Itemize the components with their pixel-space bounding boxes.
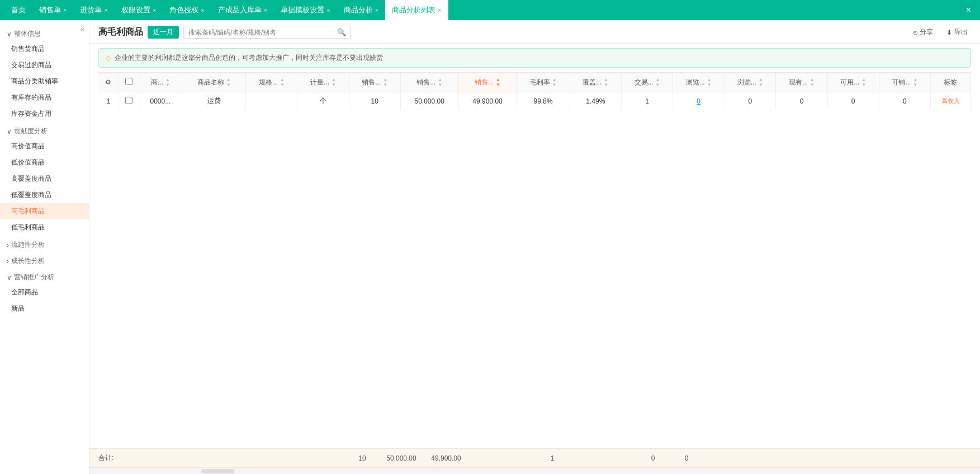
- search-icon[interactable]: 🔍: [337, 28, 346, 36]
- footer-values: 10 50,000.00 49,900.00 1 0 0: [132, 454, 971, 462]
- content-header: 高毛利商品 近一月 🔍 ⎋ 分享 ⬇ 导出: [89, 20, 980, 44]
- sidebar-group-growth[interactable]: › 成长性分析: [0, 252, 89, 268]
- select-all-checkbox[interactable]: [125, 78, 132, 85]
- cell-gross-rate: 99.8%: [517, 92, 570, 110]
- settings-icon[interactable]: ⚙: [105, 78, 111, 86]
- col-browse2: 浏览... ▲▼: [725, 73, 776, 92]
- sidebar-item-high-coverage[interactable]: 高覆盖度商品: [0, 171, 89, 187]
- col-sales-cost: 销售... ▲▼: [458, 73, 517, 92]
- footer-sales-amount: 50,000.00: [379, 454, 424, 462]
- export-button[interactable]: ⬇ 导出: [943, 26, 971, 39]
- sort-icon-unit[interactable]: ▲▼: [332, 77, 336, 87]
- cell-checkbox[interactable]: [119, 92, 139, 110]
- cell-saleable-stock: 0: [879, 92, 930, 110]
- chevron-down-icon: ∨: [7, 30, 12, 38]
- footer-sales-cost: 49,900.00: [424, 454, 468, 462]
- nav-close-purchase[interactable]: ×: [104, 7, 107, 13]
- sidebar-item-stocked-goods[interactable]: 有库存的商品: [0, 90, 89, 106]
- sidebar-item-new-goods[interactable]: 新品: [0, 301, 89, 317]
- search-box: 🔍: [183, 26, 351, 39]
- sort-icon-trade[interactable]: ▲▼: [656, 77, 660, 87]
- col-spec: 规格... ▲▼: [246, 73, 297, 92]
- sidebar-group-contribution[interactable]: ∨ 贡献度分析: [0, 122, 89, 138]
- sidebar-item-all-goods[interactable]: 全部商品: [0, 284, 89, 301]
- row-checkbox[interactable]: [125, 97, 132, 104]
- sidebar-item-high-margin[interactable]: 高毛利商品: [0, 203, 89, 219]
- sort-icon-browse2[interactable]: ▲▼: [759, 77, 763, 87]
- filter-recent-month-button[interactable]: 近一月: [148, 26, 179, 39]
- sort-icon-gross-rate[interactable]: ▲▼: [552, 77, 557, 87]
- header-actions: ⎋ 分享 ⬇ 导出: [910, 26, 971, 39]
- cell-browse2: 0: [725, 92, 776, 110]
- horizontal-scrollbar[interactable]: [89, 467, 980, 474]
- nav-close-template[interactable]: ×: [326, 7, 330, 13]
- scrollbar-thumb[interactable]: [201, 469, 235, 473]
- sort-icon-sales-amount[interactable]: ▲▼: [438, 77, 442, 87]
- sidebar-item-sales-goods[interactable]: 销售货商品: [0, 41, 89, 57]
- sidebar-group-marketing[interactable]: ∨ 营销推广分析: [0, 268, 89, 284]
- sort-icon-name[interactable]: ▲▼: [226, 77, 231, 87]
- nav-item-template[interactable]: 单据模板设置 ×: [274, 0, 337, 20]
- chevron-right-icon: ›: [7, 241, 9, 249]
- cell-trade: 1: [621, 92, 673, 110]
- nav-item-home[interactable]: 首页: [4, 0, 32, 20]
- col-unit: 计量... ▲▼: [297, 73, 349, 92]
- table-footer: 合计: 10 50,000.00 49,900.00 1 0 0: [89, 448, 980, 467]
- col-available-stock: 可用... ▲▼: [827, 73, 879, 92]
- sidebar-item-low-margin[interactable]: 低毛利商品: [0, 219, 89, 236]
- col-tag: 标签: [930, 73, 970, 92]
- sidebar-item-stock-capital[interactable]: 库存资金占用: [0, 106, 89, 122]
- sidebar-collapse-icon[interactable]: «: [80, 25, 84, 34]
- page-title: 高毛利商品: [98, 26, 143, 38]
- nav-close-roles[interactable]: ×: [201, 7, 204, 13]
- col-saleable-stock: 可销... ▲▼: [879, 73, 930, 92]
- chevron-down-icon3: ∨: [7, 274, 12, 281]
- footer-trade: 1: [536, 454, 569, 462]
- nav-close-sales[interactable]: ×: [63, 7, 67, 13]
- nav-item-purchase[interactable]: 进货单 ×: [73, 0, 114, 20]
- nav-item-analysis[interactable]: 商品分析 ×: [337, 0, 385, 20]
- nav-close-analysis[interactable]: ×: [375, 7, 378, 13]
- cell-index: 1: [98, 92, 119, 110]
- col-checkbox[interactable]: [119, 73, 139, 92]
- col-code: 商... ▲▼: [139, 73, 182, 92]
- cell-name: 运费: [182, 92, 246, 110]
- col-coverage: 覆盖... ▲▼: [570, 73, 621, 92]
- sidebar-group-overall[interactable]: ∨ 整体信息: [0, 25, 89, 41]
- sort-icon-sales-cost[interactable]: ▲▼: [496, 77, 500, 87]
- nav-close-analysis-list[interactable]: ×: [438, 7, 441, 13]
- share-button[interactable]: ⎋ 分享: [910, 26, 936, 39]
- sort-icon-available-stock[interactable]: ▲▼: [861, 77, 866, 87]
- share-icon: ⎋: [913, 29, 917, 36]
- nav-close-permissions[interactable]: ×: [153, 7, 156, 13]
- nav-item-roles[interactable]: 角色授权 ×: [163, 0, 211, 20]
- sidebar-item-high-value[interactable]: 高价值商品: [0, 138, 89, 154]
- sort-icon-browse1[interactable]: ▲▼: [707, 77, 712, 87]
- sidebar-item-traded-goods[interactable]: 交易过的商品: [0, 57, 89, 73]
- sidebar-group-trend[interactable]: › 流趋性分析: [0, 236, 89, 252]
- sidebar-item-low-coverage[interactable]: 低覆盖度商品: [0, 187, 89, 203]
- sidebar-item-category-rate[interactable]: 商品分类助销率: [0, 73, 89, 90]
- sort-icon-coverage[interactable]: ▲▼: [604, 77, 608, 87]
- nav-item-permissions[interactable]: 权限设置 ×: [115, 0, 163, 20]
- sidebar-item-low-value[interactable]: 低价值商品: [0, 154, 89, 171]
- cell-coverage: 1.49%: [570, 92, 621, 110]
- cell-available-stock: 0: [827, 92, 879, 110]
- sort-icon-sales-qty[interactable]: ▲▼: [383, 77, 387, 87]
- sort-icon-saleable-stock[interactable]: ▲▼: [913, 77, 917, 87]
- nav-close-inbound[interactable]: ×: [264, 7, 267, 13]
- search-input[interactable]: [188, 29, 337, 36]
- sort-icon-current-stock[interactable]: ▲▼: [810, 77, 815, 87]
- col-settings[interactable]: ⚙: [98, 73, 119, 92]
- sort-icon-code[interactable]: ▲▼: [165, 77, 170, 87]
- sort-icon-spec[interactable]: ▲▼: [280, 77, 285, 87]
- cell-sales-amount: 50,000.00: [400, 92, 458, 110]
- col-current-stock: 现有... ▲▼: [776, 73, 827, 92]
- chevron-right-icon2: ›: [7, 257, 9, 265]
- nav-item-inbound[interactable]: 产成品入库单 ×: [211, 0, 274, 20]
- nav-item-sales[interactable]: 销售单 ×: [32, 0, 73, 20]
- window-close-icon[interactable]: ×: [962, 5, 976, 15]
- cell-browse1[interactable]: 0: [673, 92, 725, 110]
- col-name: 商品名称 ▲▼: [182, 73, 246, 92]
- nav-item-analysis-list[interactable]: 商品分析列表 ×: [385, 0, 448, 20]
